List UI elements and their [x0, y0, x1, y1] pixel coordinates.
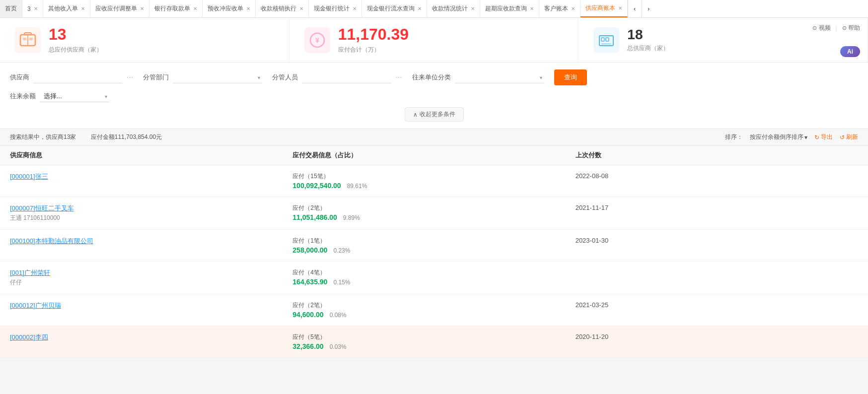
last-pay-date: 2020-11-20	[576, 333, 609, 340]
nav-item-overdue[interactable]: 超期应收款查询 ✕	[480, 0, 539, 17]
nav-arrow-right[interactable]: ›	[642, 0, 655, 18]
refresh-icon: ↺	[840, 134, 845, 141]
tx-amount[interactable]: 11,051,486.00	[292, 213, 337, 221]
last-pay-cell: 2020-11-20	[576, 333, 858, 340]
table-row: [000002]李四 应付（5笔） 32,366.00 0.03% 2020-1…	[0, 326, 868, 358]
tx-amount-row: 100,092,540.00 89.61%	[292, 181, 575, 190]
close-icon[interactable]: ✕	[418, 6, 422, 11]
close-icon[interactable]: ✕	[530, 6, 534, 11]
nav-item-cash-bank-stat[interactable]: 现金银行统计 ✕	[309, 0, 362, 17]
refresh-button[interactable]: ↺ 刷新	[840, 133, 858, 141]
nav-item-home[interactable]: 首页	[0, 0, 22, 17]
table-header: 供应商信息 应付交易信息（占比） 上次付数	[0, 146, 868, 165]
nav-label-prepay: 预收冲应收单	[208, 4, 243, 13]
tx-percent: 0.23%	[333, 247, 350, 254]
header-actions: ⊙ 视频 | ⊙ 帮助	[812, 24, 860, 32]
close-icon[interactable]: ✕	[81, 6, 85, 11]
close-icon[interactable]: ✕	[353, 6, 357, 11]
person-input[interactable]	[302, 71, 391, 83]
stat-label-suppliers: 总应付供应商（家）	[49, 46, 102, 54]
tx-percent: 0.08%	[330, 312, 347, 319]
person-label: 分管人员	[272, 73, 298, 82]
tx-info-cell: 应付（1笔） 258,000.00 0.23%	[292, 237, 575, 254]
dept-select-wrap: ▾	[173, 71, 262, 83]
tx-amount[interactable]: 32,366.00	[292, 342, 323, 350]
category-select-wrap: ▾	[455, 71, 544, 83]
tx-label: 应付（5笔）	[292, 333, 575, 341]
balance-select[interactable]: 选择...	[40, 90, 109, 102]
result-actions: 排序： 按应付余额倒序排序 ▾ ↻ 导出 ↺ 刷新	[725, 133, 858, 141]
nav-bar: 首页 3 ✕ 其他收入单 ✕ 应收应付调整单 ✕ 银行存取款单 ✕ 预收冲应收单…	[0, 0, 868, 18]
close-icon[interactable]: ✕	[571, 6, 575, 11]
nav-item-cash-bank-flow[interactable]: 现金银行流水查询 ✕	[362, 0, 427, 17]
col-tx-info: 应付交易信息（占比）	[292, 151, 575, 160]
tx-amount-row: 32,366.00 0.03%	[292, 341, 575, 350]
nav-item-customer[interactable]: 客户账本 ✕	[539, 0, 580, 17]
collapse-button[interactable]: ∧ 收起更多条件	[405, 107, 464, 122]
supplier-info-cell: [000002]李四	[10, 333, 292, 342]
supplier-link[interactable]: [000001]张三	[10, 173, 48, 180]
header-stats: 13 总应付供应商（家） ¥ 11,170.39 应付合计（万）	[0, 18, 868, 63]
tx-amount[interactable]: 164,635.90	[292, 278, 327, 286]
nav-item-collect-exec[interactable]: 收款核销执行 ✕	[256, 0, 309, 17]
export-button[interactable]: ↻ 导出	[814, 133, 833, 141]
person-more-icon[interactable]: ···	[395, 73, 402, 82]
stat-card-amount: ¥ 11,170.39 应付合计（万）	[289, 18, 579, 62]
tx-amount[interactable]: 94,600.00	[292, 311, 323, 319]
nav-label-cash-bank-stat: 现金银行统计	[314, 4, 350, 13]
balance-select-wrap: 选择... ▾	[40, 90, 109, 102]
table-row: [001]广州荣轩 仔仔 应付（4笔） 164,635.90 0.15%	[0, 262, 868, 294]
last-pay-cell: 2023-01-30	[576, 237, 858, 244]
tx-amount[interactable]: 100,092,540.00	[292, 182, 341, 190]
table-row: [000001]张三 应付（15笔） 100,092,540.00 89.61%…	[0, 165, 868, 197]
close-icon[interactable]: ✕	[193, 6, 197, 11]
svg-rect-10	[601, 43, 611, 45]
nav-label-supplier: 供应商账本	[585, 4, 615, 12]
supplier-link[interactable]: [000012]广州贝瑞	[10, 302, 61, 309]
tx-label: 应付（15笔）	[292, 172, 575, 181]
stat-label-amount: 应付合计（万）	[338, 46, 409, 54]
video-link[interactable]: ⊙ 视频	[812, 24, 830, 32]
table-row: [000012]广州贝瑞 应付（2笔） 94,600.00 0.08% 2021…	[0, 294, 868, 326]
category-select[interactable]	[455, 71, 544, 83]
nav-item-supplier[interactable]: 供应商账本 ✕	[580, 0, 628, 17]
sort-button[interactable]: 按应付余额倒序排序 ▾	[750, 133, 807, 141]
nav-item-bank-deposit[interactable]: 银行存取款单 ✕	[149, 0, 203, 17]
tx-amount-row: 164,635.90 0.15%	[292, 277, 575, 286]
table-row: [000100]本特勤油品有限公司 应付（1笔） 258,000.00 0.23…	[0, 230, 868, 262]
supplier-link[interactable]: [000007]恒旺二手叉车	[10, 204, 74, 212]
close-icon[interactable]: ✕	[246, 6, 250, 11]
svg-rect-8	[606, 38, 609, 41]
supplier-input[interactable]	[33, 71, 123, 83]
tx-info-cell: 应付（4笔） 164,635.90 0.15%	[292, 268, 575, 286]
balance-label: 往来余额	[10, 92, 36, 101]
nav-label-collect-stat: 收款情况统计	[432, 4, 468, 13]
last-pay-date: 2022-08-08	[576, 172, 609, 180]
tx-amount[interactable]: 258,000.00	[292, 246, 327, 254]
supplier-link[interactable]: [000002]李四	[10, 333, 48, 341]
nav-item-prepay[interactable]: 预收冲应收单 ✕	[203, 0, 256, 17]
supplier-link[interactable]: [001]广州荣轩	[10, 269, 50, 276]
nav-arrow-left[interactable]: ‹	[628, 0, 642, 18]
close-icon[interactable]: ✕	[618, 5, 622, 11]
tx-percent: 89.61%	[347, 183, 367, 190]
stat-info-total: 18 总供应商（家）	[627, 27, 669, 53]
help-link[interactable]: ⊙ 帮助	[842, 24, 860, 32]
tx-percent: 9.89%	[343, 214, 360, 221]
nav-item-collect-stat[interactable]: 收款情况统计 ✕	[427, 0, 480, 17]
filter-supplier: 供应商 ···	[10, 71, 133, 83]
supplier-more-icon[interactable]: ···	[127, 73, 133, 82]
ai-button[interactable]: Ai	[840, 46, 860, 57]
search-button[interactable]: 查询	[554, 69, 587, 85]
dept-select[interactable]	[173, 71, 262, 83]
nav-item-ap-adjust[interactable]: 应收应付调整单 ✕	[90, 0, 149, 17]
close-icon[interactable]: ✕	[471, 6, 475, 11]
close-icon[interactable]: ✕	[140, 6, 144, 11]
close-icon[interactable]: ✕	[299, 6, 303, 11]
supplier-link[interactable]: [000100]本特勤油品有限公司	[10, 237, 93, 245]
close-icon[interactable]: ✕	[34, 6, 38, 11]
stat-label-total: 总供应商（家）	[627, 44, 669, 53]
nav-item-other-income[interactable]: 其他收入单 ✕	[43, 0, 90, 17]
nav-item-tab1[interactable]: 3 ✕	[22, 0, 43, 17]
filter-person: 分管人员 ···	[272, 71, 402, 83]
